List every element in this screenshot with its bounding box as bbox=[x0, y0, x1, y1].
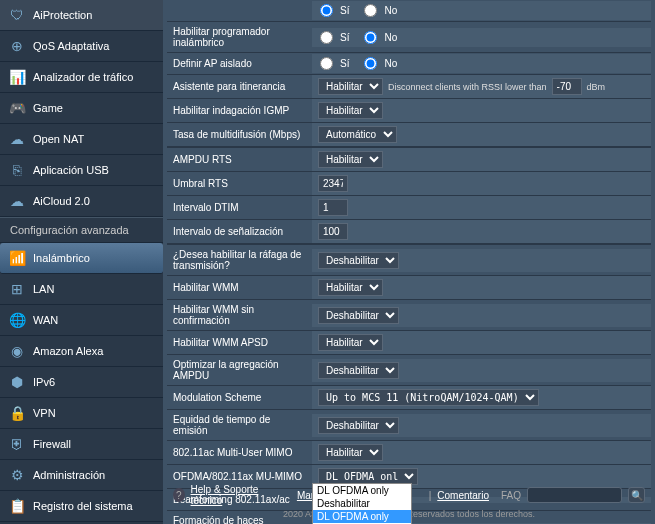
row-label: Habilitar programador inalámbrico bbox=[167, 22, 312, 52]
main-content: Sí No Habilitar programador inalámbrico … bbox=[163, 0, 655, 524]
row-label bbox=[167, 7, 312, 15]
sidebar-label: AiProtection bbox=[33, 9, 92, 21]
sidebar-icon: ☁ bbox=[8, 192, 26, 210]
sidebar-item-firewall[interactable]: ⛨Firewall bbox=[0, 429, 163, 460]
row-label: AMPDU RTS bbox=[167, 150, 312, 169]
faq-search-input[interactable] bbox=[527, 487, 622, 503]
txburst-select[interactable]: Deshabilitar bbox=[318, 252, 399, 269]
sidebar-icon: ⬢ bbox=[8, 373, 26, 391]
sidebar-icon: 🎮 bbox=[8, 99, 26, 117]
sidebar-item-open-nat[interactable]: ☁Open NAT bbox=[0, 124, 163, 155]
sidebar-label: VPN bbox=[33, 407, 56, 419]
sidebar-label: Aplicación USB bbox=[33, 164, 109, 176]
sidebar-item-aiprotection[interactable]: 🛡AiProtection bbox=[0, 0, 163, 31]
roaming-select[interactable]: Habilitar bbox=[318, 78, 383, 95]
dtim-input[interactable] bbox=[318, 199, 348, 216]
radio-si[interactable] bbox=[320, 57, 333, 70]
sidebar-item-aicloud-2.0[interactable]: ☁AiCloud 2.0 bbox=[0, 186, 163, 217]
sidebar-label: WAN bbox=[33, 314, 58, 326]
beacon-input[interactable] bbox=[318, 223, 348, 240]
sidebar-item-aplicación-usb[interactable]: ⎘Aplicación USB bbox=[0, 155, 163, 186]
multicast-select[interactable]: Automático bbox=[318, 126, 397, 143]
sidebar-item-game[interactable]: 🎮Game bbox=[0, 93, 163, 124]
sidebar: 🛡AiProtection⊕QoS Adaptativa📊Analizador … bbox=[0, 0, 163, 524]
sidebar-item-wan[interactable]: 🌐WAN bbox=[0, 305, 163, 336]
sidebar-icon: 📊 bbox=[8, 68, 26, 86]
sidebar-item-administración[interactable]: ⚙Administración bbox=[0, 460, 163, 491]
row-label: Intervalo DTIM bbox=[167, 198, 312, 217]
row-label: ¿Desea habilitar la ráfaga de transmisió… bbox=[167, 245, 312, 275]
radio-si[interactable] bbox=[320, 4, 333, 17]
row-label: 802.11ac Multi-User MIMO bbox=[167, 443, 312, 462]
wmm-select[interactable]: Habilitar bbox=[318, 279, 383, 296]
mumimo-select[interactable]: Habilitar bbox=[318, 444, 383, 461]
row-label: Intervalo de señalización bbox=[167, 222, 312, 241]
sidebar-item-vpn[interactable]: 🔒VPN bbox=[0, 398, 163, 429]
rssi-input[interactable] bbox=[552, 78, 582, 95]
sidebar-label: Amazon Alexa bbox=[33, 345, 103, 357]
sidebar-icon: 📶 bbox=[8, 249, 26, 267]
sidebar-item-lan[interactable]: ⊞LAN bbox=[0, 274, 163, 305]
sidebar-label: IPv6 bbox=[33, 376, 55, 388]
sidebar-item-analizador-de-tráfico[interactable]: 📊Analizador de tráfico bbox=[0, 62, 163, 93]
row-label: Optimizar la agregación AMPDU bbox=[167, 355, 312, 385]
sidebar-item-ipv6[interactable]: ⬢IPv6 bbox=[0, 367, 163, 398]
wmm-noack-select[interactable]: Deshabilitar bbox=[318, 307, 399, 324]
sidebar-icon: 🔒 bbox=[8, 404, 26, 422]
sidebar-item-amazon-alexa[interactable]: ◉Amazon Alexa bbox=[0, 336, 163, 367]
sidebar-section-header: Configuración avanzada bbox=[0, 217, 163, 243]
airtime-select[interactable]: Deshabilitar bbox=[318, 417, 399, 434]
row-label: Habilitar indagación IGMP bbox=[167, 101, 312, 120]
sidebar-label: Inalámbrico bbox=[33, 252, 90, 264]
faq-label: FAQ bbox=[501, 490, 521, 501]
sidebar-label: AiCloud 2.0 bbox=[33, 195, 90, 207]
help-link[interactable]: Help & Soporte técnico bbox=[191, 484, 275, 506]
search-icon: 🔍 bbox=[631, 490, 643, 501]
sidebar-icon: ◉ bbox=[8, 342, 26, 360]
sidebar-icon: ⛨ bbox=[8, 435, 26, 453]
dropdown-option[interactable]: Deshabilitar bbox=[313, 497, 411, 510]
sidebar-icon: ⊞ bbox=[8, 280, 26, 298]
sidebar-item-registro-del-sistema[interactable]: 📋Registro del sistema bbox=[0, 491, 163, 522]
dropdown-option[interactable]: DL OFDMA only bbox=[313, 510, 411, 523]
row-label: Equidad de tiempo de emisión bbox=[167, 410, 312, 440]
rts-threshold-input[interactable] bbox=[318, 175, 348, 192]
sidebar-label: Firewall bbox=[33, 438, 71, 450]
sidebar-item-inalámbrico[interactable]: 📶Inalámbrico bbox=[0, 243, 163, 274]
sidebar-label: LAN bbox=[33, 283, 54, 295]
sidebar-icon: 📋 bbox=[8, 497, 26, 515]
radio-no[interactable] bbox=[364, 4, 377, 17]
row-label: Habilitar WMM bbox=[167, 278, 312, 297]
dropdown-option[interactable]: DL OFDMA only bbox=[313, 484, 411, 497]
igmp-select[interactable]: Habilitar bbox=[318, 102, 383, 119]
radio-si[interactable] bbox=[320, 31, 333, 44]
wmm-apsd-select[interactable]: Habilitar bbox=[318, 334, 383, 351]
sidebar-label: Analizador de tráfico bbox=[33, 71, 133, 83]
sidebar-item-qos-adaptativa[interactable]: ⊕QoS Adaptativa bbox=[0, 31, 163, 62]
row-label: Umbral RTS bbox=[167, 174, 312, 193]
sidebar-icon: 🌐 bbox=[8, 311, 26, 329]
sidebar-label: Game bbox=[33, 102, 63, 114]
sidebar-icon: ☁ bbox=[8, 130, 26, 148]
feedback-link[interactable]: Comentario bbox=[437, 490, 489, 501]
search-button[interactable]: 🔍 bbox=[628, 487, 645, 503]
help-icon: ? bbox=[173, 488, 185, 502]
sidebar-icon: 🛡 bbox=[8, 6, 26, 24]
ampdu-rts-select[interactable]: Habilitar bbox=[318, 151, 383, 168]
row-label: Tasa de multidifusión (Mbps) bbox=[167, 125, 312, 144]
row-label: Habilitar WMM APSD bbox=[167, 333, 312, 352]
ampdu-opt-select[interactable]: Deshabilitar bbox=[318, 362, 399, 379]
sidebar-icon: ⚙ bbox=[8, 466, 26, 484]
sidebar-label: Administración bbox=[33, 469, 105, 481]
modulation-select[interactable]: Up to MCS 11 (NitroQAM/1024-QAM) bbox=[318, 389, 539, 406]
sidebar-icon: ⊕ bbox=[8, 37, 26, 55]
sidebar-icon: ⎘ bbox=[8, 161, 26, 179]
sidebar-label: Registro del sistema bbox=[33, 500, 133, 512]
sidebar-label: Open NAT bbox=[33, 133, 84, 145]
radio-no[interactable] bbox=[364, 31, 377, 44]
ofdma-dropdown-list[interactable]: DL OFDMA onlyDeshabilitarDL OFDMA onlyDL… bbox=[312, 483, 412, 524]
radio-no[interactable] bbox=[364, 57, 377, 70]
row-label: Habilitar WMM sin confirmación bbox=[167, 300, 312, 330]
row-label: Asistente para itinerancia bbox=[167, 77, 312, 96]
sidebar-label: QoS Adaptativa bbox=[33, 40, 109, 52]
